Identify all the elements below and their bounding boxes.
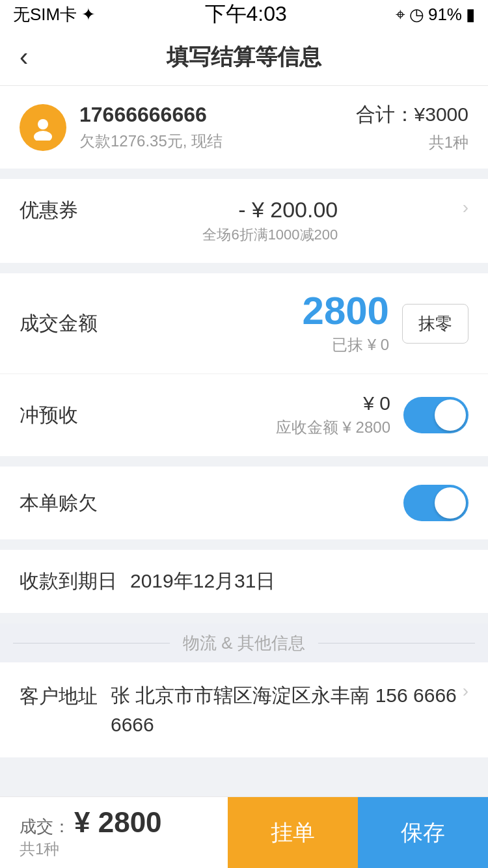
coupon-section: 优惠券 - ¥ 200.00 全场6折满1000减200 › [0, 179, 488, 263]
coupon-value-wrap: - ¥ 200.00 全场6折满1000减200 [202, 197, 338, 245]
deal-section: 成交金额 2800 已抹 ¥ 0 抹零 冲预收 ¥ 0 应收金额 ¥ 2800 [0, 273, 488, 456]
status-left: 无SIM卡 ✦ [13, 3, 96, 26]
divider-line-left [13, 643, 170, 644]
deal-amount-row: 成交金额 2800 已抹 ¥ 0 抹零 [0, 273, 488, 373]
alarm-icon: ◷ [409, 5, 424, 25]
deal-amount-value: 2800 [303, 292, 389, 331]
svg-point-1 [34, 131, 52, 141]
precharge-amount: ¥ 0 [276, 392, 390, 414]
customer-total: 合计：¥3000 共1种 [356, 102, 468, 153]
battery-label: 91% [428, 5, 462, 25]
customer-left: 17666666666 欠款1276.35元, 现结 [20, 103, 223, 152]
round-button[interactable]: 抹零 [402, 304, 468, 344]
footer-count: 共1种 [20, 839, 208, 860]
deal-amount-wrap: 2800 已抹 ¥ 0 [303, 292, 389, 355]
total-amount: 合计：¥3000 [356, 102, 468, 128]
address-row[interactable]: 客户地址 张 北京市市辖区海淀区永丰南 156 6666 6666 › [0, 662, 488, 757]
precharge-row: 冲预收 ¥ 0 应收金额 ¥ 2800 [0, 373, 488, 456]
precharge-label: 冲预收 [20, 402, 78, 429]
divider-line-right [318, 643, 475, 644]
logistics-divider: 物流 & 其他信息 [0, 623, 488, 662]
logistics-label: 物流 & 其他信息 [183, 632, 305, 655]
coupon-value: - ¥ 200.00 [202, 197, 338, 223]
footer-info: 成交： ¥ 2800 共1种 [0, 806, 228, 860]
footer-deal-amount: ¥ 2800 [74, 806, 162, 839]
footer-buttons: 挂单 保存 [228, 797, 488, 868]
address-value: 张 北京市市辖区海淀区永丰南 156 6666 6666 [111, 681, 463, 739]
duedate-label: 收款到期日 [20, 568, 117, 595]
duedate-row: 收款到期日 2019年12月31日 [0, 550, 488, 613]
precharge-right: ¥ 0 应收金额 ¥ 2800 [276, 392, 468, 438]
footer: 成交： ¥ 2800 共1种 挂单 保存 [0, 796, 488, 868]
status-time: 下午4:03 [205, 0, 287, 29]
deal-amount-label: 成交金额 [20, 310, 98, 337]
debt-toggle-knob [435, 487, 466, 519]
back-button[interactable]: ‹ [20, 42, 28, 72]
save-button[interactable]: 保存 [358, 797, 488, 868]
chevron-right-icon: › [463, 197, 468, 218]
debt-row: 本单赊欠 [0, 467, 488, 539]
deal-erased: 已抹 ¥ 0 [303, 334, 389, 355]
debt-label: 本单赊欠 [20, 490, 98, 517]
customer-info-row: 17666666666 欠款1276.35元, 现结 合计：¥3000 共1种 [0, 86, 488, 169]
address-chevron-icon: › [463, 681, 468, 701]
location-icon: ⌖ [396, 5, 405, 25]
page-title: 填写结算等信息 [167, 42, 321, 72]
item-count: 共1种 [356, 132, 468, 153]
status-bar: 无SIM卡 ✦ 下午4:03 ⌖ ◷ 91% ▮ [0, 0, 488, 29]
customer-phone: 17666666666 [79, 103, 223, 127]
status-right: ⌖ ◷ 91% ▮ [396, 5, 475, 25]
svg-point-0 [38, 119, 48, 129]
customer-debt: 欠款1276.35元, 现结 [79, 131, 223, 152]
sim-label: 无SIM卡 ✦ [13, 3, 96, 26]
nav-bar: ‹ 填写结算等信息 [0, 29, 488, 86]
footer-deal-prefix: 成交： [20, 815, 70, 838]
receivable-amount: 应收金额 ¥ 2800 [276, 417, 390, 438]
debt-toggle[interactable] [403, 485, 468, 521]
avatar [20, 104, 66, 151]
address-label: 客户地址 [20, 681, 98, 710]
precharge-amount-wrap: ¥ 0 应收金额 ¥ 2800 [276, 392, 390, 438]
coupon-row[interactable]: 优惠券 - ¥ 200.00 全场6折满1000减200 › [0, 179, 488, 263]
duedate-value: 2019年12月31日 [130, 568, 275, 595]
coupon-label: 优惠券 [20, 197, 78, 224]
coupon-description: 全场6折满1000减200 [202, 225, 338, 245]
battery-icon: ▮ [466, 5, 475, 25]
footer-deal-row: 成交： ¥ 2800 [20, 806, 208, 839]
hang-button[interactable]: 挂单 [228, 797, 358, 868]
toggle-knob [435, 400, 466, 431]
deal-right: 2800 已抹 ¥ 0 抹零 [303, 292, 468, 355]
customer-details: 17666666666 欠款1276.35元, 现结 [79, 103, 223, 152]
precharge-toggle[interactable] [403, 397, 468, 433]
content: 17666666666 欠款1276.35元, 现结 合计：¥3000 共1种 … [0, 86, 488, 868]
